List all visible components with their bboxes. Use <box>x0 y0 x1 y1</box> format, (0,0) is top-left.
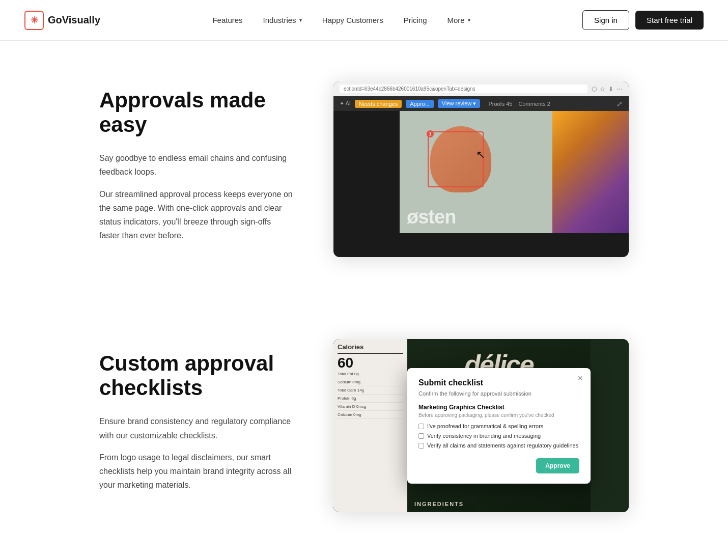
screenshot-checklists: Calories 60 Total Fat 0g Sodium 0mg Tota… <box>333 339 629 512</box>
checklist-modal: ✕ Submit checklist Confirm the following… <box>407 368 591 484</box>
section-checklists: Custom approval checklists Ensure brand … <box>59 298 669 553</box>
nutrition-row-2: Sodium 0mg <box>338 378 403 386</box>
checklist-item-1-label: I've proofread for grammatical & spellin… <box>427 423 543 429</box>
app-tabs-bar: ✦ AI Needs changes Appro... View review … <box>333 96 629 111</box>
logo[interactable]: ✳ GoVisually <box>24 11 100 30</box>
browser-bar: ectionId=63e44c2866b426001610a95c&openTa… <box>333 81 629 96</box>
ingredients-label: INGREDIENTS <box>414 501 464 507</box>
checkbox-3[interactable] <box>418 443 424 449</box>
nutrition-row-1: Total Fat 0g <box>338 370 403 378</box>
canvas-area: 1 ↖ østen <box>333 111 629 233</box>
section-checklists-title: Custom approval checklists <box>99 351 293 401</box>
share-icon[interactable]: ⤢ <box>617 100 623 108</box>
star-icon: ☆ <box>600 86 605 93</box>
modal-footer: Approve <box>418 452 579 473</box>
browser-icons: ⬡ ☆ ⬇ ⋯ <box>592 86 623 93</box>
approve-button[interactable]: Approve <box>536 458 579 473</box>
modal-title: Submit checklist <box>418 378 579 387</box>
checklist-item-2: Verify consistency in branding and messa… <box>418 433 579 439</box>
start-trial-button[interactable]: Start free trial <box>635 11 704 30</box>
nav-pricing[interactable]: Pricing <box>395 12 436 29</box>
section-checklists-para1: Ensure brand consistency and regulatory … <box>99 414 293 442</box>
signin-button[interactable]: Sign in <box>582 10 629 30</box>
nav-features[interactable]: Features <box>203 12 251 29</box>
tab-needs-changes[interactable]: Needs changes <box>355 100 402 108</box>
tab-view-review[interactable]: View review ▾ <box>438 99 481 108</box>
checkbox-1[interactable] <box>418 424 424 429</box>
checkbox-2[interactable] <box>418 433 424 439</box>
tab-ai: ✦ AI <box>340 100 351 107</box>
nutrition-panel: Calories 60 Total Fat 0g Sodium 0mg Tota… <box>333 339 407 512</box>
nav-links: Features Industries ▾ Happy Customers Pr… <box>203 12 479 29</box>
checklist-instruction: Before approving packaging, please confi… <box>418 412 579 418</box>
cursor-icon: ↖ <box>476 149 485 160</box>
calories-value: 60 <box>338 356 403 370</box>
checklist-center: délice ✕ Submit checklist Confirm the fo… <box>407 339 591 512</box>
section-checklists-para2: From logo usage to legal disclaimers, ou… <box>99 451 293 492</box>
tab-comments: Comments 2 <box>518 101 550 107</box>
nutrition-row-3: Total Carb 14g <box>338 386 403 395</box>
section-approvals-text: Approvals made easy Say goodbye to endle… <box>99 88 293 251</box>
screenshot-approvals: ectionId=63e44c2866b426001610a95c&openTa… <box>333 81 629 257</box>
canvas: 1 ↖ østen <box>400 111 552 233</box>
selection-box <box>428 131 484 187</box>
nav-actions: Sign in Start free trial <box>582 10 704 30</box>
chevron-down-icon: ▾ <box>468 17 470 23</box>
brand-name: GoVisually <box>48 14 100 26</box>
section-checklists-text: Custom approval checklists Ensure brand … <box>99 351 293 500</box>
nutrition-row-4: Protein 0g <box>338 395 403 403</box>
tab-approved[interactable]: Appro... <box>406 100 434 108</box>
modal-subtitle: Confirm the following for approval submi… <box>418 390 579 397</box>
checklist-item-3-label: Verify all claims and statements against… <box>427 442 578 449</box>
checklist-item-1: I've proofread for grammatical & spellin… <box>418 423 579 429</box>
download-icon: ⬇ <box>608 86 613 93</box>
nav-happy-customers[interactable]: Happy Customers <box>313 12 393 29</box>
checklist-canvas: Calories 60 Total Fat 0g Sodium 0mg Tota… <box>333 339 629 512</box>
checklist-item-3: Verify all claims and statements against… <box>418 442 579 449</box>
more-icon: ⋯ <box>617 86 623 93</box>
sidebar-panel <box>333 111 400 233</box>
text-overlay: østen <box>400 201 552 233</box>
nutrition-row-6: Calcium 0mg <box>338 411 403 419</box>
gradient-panel <box>552 111 629 233</box>
share-icon: ⬡ <box>592 86 597 93</box>
logo-icon: ✳ <box>24 11 44 30</box>
checklist-name: Marketing Graphics Checklist <box>418 404 579 411</box>
url-bar: ectionId=63e44c2866b426001610a95c&openTa… <box>340 85 587 93</box>
navbar: ✳ GoVisually Features Industries ▾ Happy… <box>0 0 728 41</box>
tab-proofs: Proofs 45 <box>488 101 512 107</box>
section-approvals: Approvals made easy Say goodbye to endle… <box>59 41 669 298</box>
section-approvals-para2: Our streamlined approval process keeps e… <box>99 187 293 243</box>
calories-header: Calories <box>338 343 403 354</box>
nav-industries[interactable]: Industries ▾ <box>254 12 311 29</box>
modal-close-button[interactable]: ✕ <box>577 374 583 382</box>
checklist-item-2-label: Verify consistency in branding and messa… <box>427 433 541 439</box>
right-panel: ☞ <box>591 339 629 512</box>
comment-dot: 1 <box>427 130 434 137</box>
section-approvals-title: Approvals made easy <box>99 88 293 137</box>
section-approvals-para1: Say goodbye to endless email chains and … <box>99 151 293 179</box>
chevron-down-icon: ▾ <box>299 17 302 23</box>
nav-more[interactable]: More ▾ <box>438 12 480 29</box>
ingredients-footer: INGREDIENTS <box>407 501 568 507</box>
nutrition-row-5: Vitamin D 0mcg <box>338 403 403 411</box>
